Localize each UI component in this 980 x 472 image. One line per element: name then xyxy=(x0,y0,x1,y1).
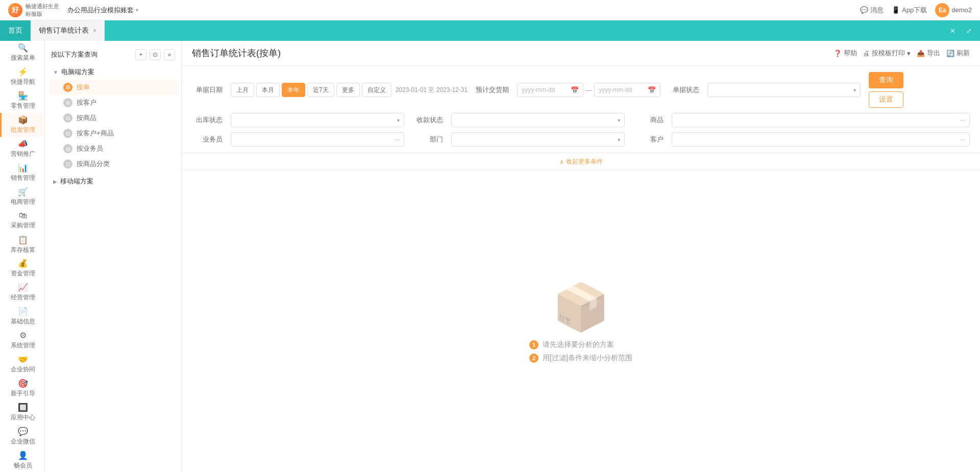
scheme-icon-goods: ⊟ xyxy=(63,113,72,123)
tree-child-by-customer[interactable]: ⊞ 按客户 xyxy=(49,95,177,110)
sidebar-item-member[interactable]: 👤 畅会员 xyxy=(0,448,44,472)
message-button[interactable]: 💬 消息 xyxy=(860,6,884,15)
sidebar-item-operations[interactable]: 📈 经营管理 xyxy=(0,280,44,304)
tab-sales-order[interactable]: 销售订单统计表 × xyxy=(31,20,105,41)
help-button[interactable]: ❓ 帮助 xyxy=(834,49,857,58)
window-expand-button[interactable]: ⤢ xyxy=(962,23,976,38)
sidebar-item-basic-info[interactable]: 📄 基础信息 xyxy=(0,304,44,328)
ecommerce-icon: 🛒 xyxy=(18,187,28,197)
tree-child-by-order[interactable]: 单 按单 xyxy=(49,80,177,95)
tab-bar: 首页 销售订单统计表 × ✕ ⤢ xyxy=(0,20,980,41)
expected-date-end[interactable]: yyyy-mm-dd 📅 xyxy=(594,83,660,97)
sidebar-item-wechat[interactable]: 💬 企业微信 xyxy=(0,424,44,448)
scheme-icon-order: 单 xyxy=(63,83,72,92)
tab-close-icon[interactable]: × xyxy=(93,27,96,34)
calendar-end-icon: 📅 xyxy=(648,86,656,94)
sidebar-item-purchase[interactable]: 🛍 采购管理 xyxy=(0,208,44,232)
page-header: 销售订单统计表(按单) ❓ 帮助 🖨 按模板打印 ▾ 📤 导出 xyxy=(182,41,980,66)
payment-chevron-icon: ▾ xyxy=(618,117,620,123)
payment-status-select[interactable]: ▾ xyxy=(451,113,625,127)
sidebar-item-marketing[interactable]: 📣 营销推广 xyxy=(0,137,44,161)
date-btn-this-month[interactable]: 本月 xyxy=(256,83,280,97)
date-separator: — xyxy=(585,86,592,94)
status-select[interactable]: ▾ xyxy=(707,83,861,97)
tree-child-by-category[interactable]: ⊡ 按商品分类 xyxy=(49,156,177,172)
retail-icon: 🏪 xyxy=(18,91,28,101)
filter-area: 单据日期 上月 本月 本年 近7天 更多 自定义 2023-01-01 至 20… xyxy=(182,66,980,153)
settings-scheme-button[interactable]: ⊙ xyxy=(150,49,161,60)
payment-status-label: 收款状态 xyxy=(412,115,443,125)
app-download-button[interactable]: 📱 App下载 xyxy=(892,6,927,15)
company-selector[interactable]: 办公用品行业模拟账套 ▾ xyxy=(63,4,142,17)
sidebar-item-inventory[interactable]: 📋 库存核算 xyxy=(0,232,44,256)
collapse-panel-button[interactable]: « xyxy=(164,49,175,60)
filter-row-1: 单据日期 上月 本月 本年 近7天 更多 自定义 2023-01-01 至 20… xyxy=(192,72,970,108)
left-panel: 按以下方案查询 + ⊙ « ▼ 电脑端方案 xyxy=(45,41,182,472)
help-icon: ❓ xyxy=(834,50,842,57)
sidebar-item-finance[interactable]: 💰 资金管理 xyxy=(0,256,44,280)
marketing-icon: 📣 xyxy=(18,139,28,149)
sales-icon: 📊 xyxy=(18,163,28,173)
sidebar-item-onboarding[interactable]: 🎯 新手引导 xyxy=(0,376,44,400)
print-arrow-icon: ▾ xyxy=(907,50,911,57)
out-status-label: 出库状态 xyxy=(192,115,223,125)
main-layout: 🔍 搜索菜单 ⚡ 快捷导航 🏪 零售管理 📦 批发管理 📣 营销推广 📊 销售管… xyxy=(0,41,980,472)
sidebar-item-search[interactable]: 🔍 搜索菜单 xyxy=(0,41,44,65)
collapse-icon: ∧ xyxy=(559,158,564,166)
out-status-select[interactable]: ▾ xyxy=(231,113,404,127)
date-btn-custom[interactable]: 自定义 xyxy=(362,83,391,97)
customer-input[interactable]: ··· xyxy=(672,132,970,147)
date-btn-more[interactable]: 更多 xyxy=(336,83,360,97)
tab-home[interactable]: 首页 xyxy=(0,20,31,41)
export-icon: 📤 xyxy=(917,50,925,57)
goods-input[interactable]: ··· xyxy=(672,113,970,127)
tree-child-by-goods[interactable]: ⊟ 按商品 xyxy=(49,110,177,126)
date-btn-last-7-days[interactable]: 近7天 xyxy=(307,83,334,97)
tree-child-by-customer-goods[interactable]: ⊟ 按客户+商品 xyxy=(49,126,177,141)
query-button[interactable]: 查询 xyxy=(869,72,903,88)
sidebar-item-quicknav[interactable]: ⚡ 快捷导航 xyxy=(0,65,44,89)
tree-parent-pc[interactable]: ▼ 电脑端方案 xyxy=(49,64,177,80)
empty-hint-2: 2 用[过滤]条件来缩小分析范围 xyxy=(529,353,632,363)
filter-row-2: 出库状态 ▾ 收款状态 ▾ 商品 ··· xyxy=(192,113,970,127)
top-bar-left: 好 畅捷通好生意 标服版 办公用品行业模拟账套 ▾ xyxy=(8,3,142,17)
date-quick-select: 上月 本月 本年 近7天 更多 自定义 2023-01-01 至 2023-12… xyxy=(231,83,468,97)
salesperson-label: 业务员 xyxy=(192,135,223,144)
empty-state: 📦 1 请先选择要分析的方案 2 用[过滤]条件来缩小分析范围 xyxy=(182,171,980,472)
tree-parent-mobile[interactable]: ▶ 移动端方案 xyxy=(49,174,177,189)
sidebar-item-retail[interactable]: 🏪 零售管理 xyxy=(0,89,44,113)
sidebar-item-collaboration[interactable]: 🤝 企业协同 xyxy=(0,352,44,376)
salesperson-input[interactable]: ··· xyxy=(231,132,404,147)
sidebar-item-wholesale[interactable]: 📦 批发管理 xyxy=(0,113,44,137)
expected-date-start[interactable]: yyyy-mm-dd 📅 xyxy=(517,83,583,97)
wechat-icon: 💬 xyxy=(18,427,28,436)
print-button[interactable]: 🖨 按模板打印 ▾ xyxy=(863,49,911,58)
onboarding-icon: 🎯 xyxy=(18,379,28,388)
inventory-icon: 📋 xyxy=(18,235,28,245)
calendar-start-icon: 📅 xyxy=(571,86,579,94)
customer-label: 客户 xyxy=(633,135,664,144)
quick-nav-icon: ⚡ xyxy=(18,67,28,77)
department-select[interactable]: ▾ xyxy=(451,132,625,147)
window-close-button[interactable]: ✕ xyxy=(945,23,960,38)
logo-icon: 好 xyxy=(8,3,22,17)
print-icon: 🖨 xyxy=(863,50,870,57)
user-profile[interactable]: Ea demo2 xyxy=(935,3,972,17)
left-panel-header: 按以下方案查询 + ⊙ « xyxy=(45,45,181,64)
date-btn-this-year[interactable]: 本年 xyxy=(282,83,305,97)
refresh-button[interactable]: 🔄 刷新 xyxy=(946,49,970,58)
add-scheme-button[interactable]: + xyxy=(135,49,146,60)
setting-button[interactable]: 设置 xyxy=(869,91,903,108)
search-icon: 🔍 xyxy=(18,43,28,53)
expected-date-label: 预计交货期 xyxy=(476,85,509,95)
member-icon: 👤 xyxy=(18,451,28,460)
sidebar-item-ecommerce[interactable]: 🛒 电商管理 xyxy=(0,184,44,208)
sidebar-item-system[interactable]: ⚙ 系统管理 xyxy=(0,328,44,352)
date-btn-last-month[interactable]: 上月 xyxy=(231,83,254,97)
export-button[interactable]: 📤 导出 xyxy=(917,49,940,58)
sidebar-item-appcenter[interactable]: 🔲 应用中心 xyxy=(0,400,44,424)
tree-child-by-salesperson[interactable]: ▤ 按业务员 xyxy=(49,141,177,156)
top-bar-right: 💬 消息 📱 App下载 Ea demo2 xyxy=(860,3,972,17)
sidebar-item-sales[interactable]: 📊 销售管理 xyxy=(0,160,44,184)
collapse-bar[interactable]: ∧ 收起更多条件 xyxy=(182,153,980,171)
